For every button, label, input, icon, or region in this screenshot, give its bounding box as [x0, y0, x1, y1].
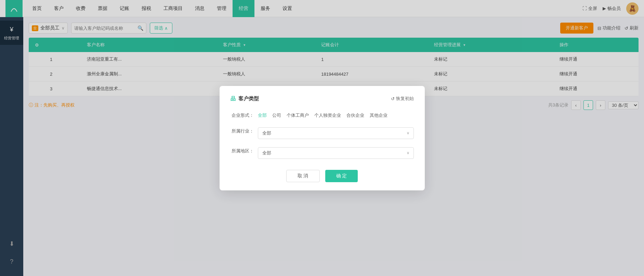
region-select[interactable]: 全部 ∨ [258, 147, 414, 159]
cancel-button[interactable]: 取 消 [286, 170, 320, 182]
enterprise-form-row: 企业形式： 全部 公司 个体工商户 个人独资企业 合伙企业 其他企业 [231, 112, 414, 119]
reset-button[interactable]: ↺ 恢复初始 [391, 96, 414, 102]
enterprise-type-options: 全部 公司 个体工商户 个人独资企业 合伙企业 其他企业 [258, 112, 414, 119]
industry-arrow-icon: ∨ [407, 131, 409, 135]
industry-field: 全部 ∨ [258, 127, 414, 139]
enterprise-opt-sole[interactable]: 个人独资企业 [314, 112, 341, 119]
enterprise-opt-individual[interactable]: 个体工商户 [287, 112, 309, 119]
enterprise-opt-other[interactable]: 其他企业 [370, 112, 387, 119]
enterprise-opt-partnership[interactable]: 合伙企业 [346, 112, 364, 119]
enterprise-form-field: 全部 公司 个体工商户 个人独资企业 合伙企业 其他企业 [258, 112, 414, 119]
enterprise-form-label: 企业形式： [231, 112, 258, 118]
region-field: 全部 ∨ [258, 147, 414, 159]
confirm-button[interactable]: 确 定 [325, 170, 358, 182]
region-row: 所属地区： 全部 ∨ [231, 147, 414, 159]
industry-select[interactable]: 全部 ∨ [258, 127, 414, 139]
modal-title-icon: 品 [231, 96, 236, 102]
industry-row: 所属行业： 全部 ∨ [231, 127, 414, 139]
region-label: 所属地区： [231, 147, 258, 154]
modal-footer: 取 消 确 定 [231, 170, 414, 182]
region-arrow-icon: ∨ [407, 151, 409, 155]
reset-icon: ↺ [391, 96, 395, 101]
enterprise-opt-all[interactable]: 全部 [258, 112, 267, 119]
enterprise-opt-company[interactable]: 公司 [272, 112, 281, 119]
modal-overlay[interactable]: 品 客户类型 ↺ 恢复初始 企业形式： 全部 公司 个体工商户 个人独资企业 合… [0, 0, 644, 276]
modal-header: 品 客户类型 ↺ 恢复初始 [231, 96, 414, 102]
modal-body: 企业形式： 全部 公司 个体工商户 个人独资企业 合伙企业 其他企业 所属行业： [231, 112, 414, 159]
modal-title: 品 客户类型 [231, 96, 259, 102]
industry-label: 所属行业： [231, 127, 258, 134]
filter-modal: 品 客户类型 ↺ 恢复初始 企业形式： 全部 公司 个体工商户 个人独资企业 合… [220, 86, 425, 190]
